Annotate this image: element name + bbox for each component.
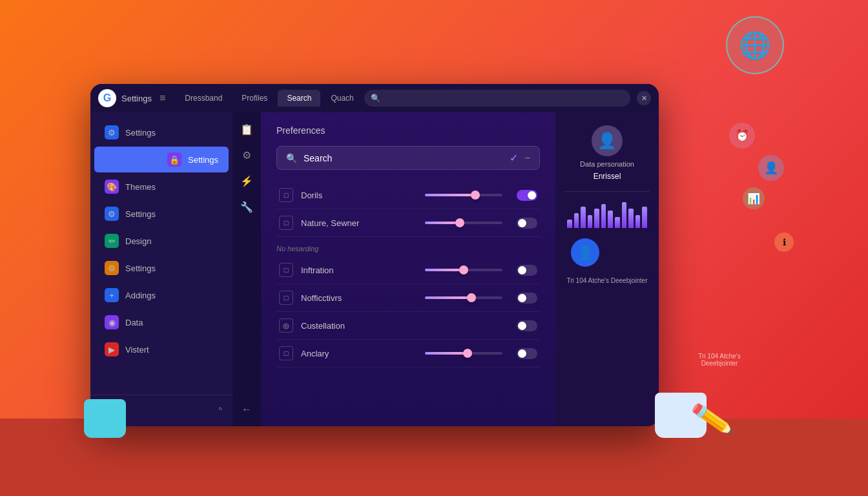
toggle-dorils[interactable]	[517, 190, 537, 201]
sidebar-item-settings-2[interactable]: ⚙ Settings	[94, 201, 229, 227]
profile-title: Data personation	[580, 160, 634, 168]
sidebar-item-settings-3[interactable]: ⚙ Settings	[94, 255, 229, 281]
slider-dorils[interactable]	[425, 194, 502, 196]
setting-label-inftration: Inftration	[301, 265, 417, 275]
toggle-inftration[interactable]	[517, 265, 537, 276]
profile-name: Enrissel	[594, 172, 621, 181]
menu-icon[interactable]: ≡	[160, 92, 165, 104]
toggle-thumb-custellation	[518, 322, 526, 330]
toggle-nofficctivrs[interactable]	[517, 293, 537, 304]
sidebar-item-themes[interactable]: 🎨 Themes	[94, 174, 229, 200]
chart-bar-7	[608, 211, 613, 228]
subsection-label: No hesarding	[276, 237, 540, 256]
chart-bar-1	[567, 220, 572, 228]
sidebar-item-addings[interactable]: + Addings	[94, 282, 229, 308]
preferences-search-bar[interactable]: 🔍 ✓ −	[276, 146, 540, 170]
floating-user-badge: 👤	[571, 238, 599, 267]
desk-surface	[0, 418, 868, 496]
sidebar-label-addings: Addings	[125, 291, 156, 300]
pencils-decoration: ✏️	[689, 397, 735, 441]
action-icon-settings[interactable]: ⚙	[236, 145, 257, 165]
floating-label: Tri 104 Atche's Deeebjointer	[694, 353, 745, 367]
toggle-anclary[interactable]	[517, 348, 537, 359]
setting-label-custellation: Custellation	[301, 321, 401, 331]
sidebar-label-active: Settings	[188, 155, 218, 165]
chart-visualization	[564, 202, 650, 228]
close-button[interactable]: ✕	[637, 91, 651, 105]
tab-bar: Dressband Profiles Search Quach 🔍	[176, 90, 630, 107]
slider-inftration[interactable]	[425, 269, 502, 271]
toggle-thumb-inftration	[518, 266, 526, 274]
toggle-thumb-dorils	[528, 191, 536, 200]
setting-row-inftration: □ Inftration	[276, 256, 540, 284]
setting-row-nofficctivrs: □ Nofficctivrs	[276, 284, 540, 312]
slider-fill-inftration	[425, 269, 464, 271]
floating-icon-1: ⏰	[729, 123, 755, 149]
sidebar-icon-design: ✏	[105, 234, 119, 248]
action-icon-back[interactable]: ←	[236, 399, 257, 420]
sidebar-item-design[interactable]: ✏ Design	[94, 228, 229, 254]
search-icon-small: 🔍	[371, 94, 380, 103]
action-icon-clipboard[interactable]: 📋	[236, 119, 257, 140]
window-controls: ✕	[637, 91, 651, 105]
sidebar-actions: 📋 ⚙ ⚡ 🔧 ←	[232, 112, 261, 426]
slider-thumb-anclary	[463, 349, 472, 358]
chart-bar-5	[594, 209, 599, 228]
slider-thumb-inftration	[459, 265, 468, 274]
slider-nature[interactable]	[425, 222, 502, 224]
monitor-window: G Settings ≡ Dressband Profiles Search Q…	[90, 84, 659, 426]
window-title: Settings	[121, 94, 152, 103]
browser-url-bar[interactable]: 🔍	[364, 90, 630, 107]
search-input[interactable]	[304, 153, 503, 163]
chart-bar-8	[615, 217, 620, 228]
slider-fill-nature	[425, 222, 460, 224]
setting-icon-dorils: □	[279, 188, 293, 202]
action-icon-wrench[interactable]: 🔧	[236, 196, 257, 217]
sidebar-arrow: ‹	[159, 156, 161, 163]
setting-icon-custellation: ◎	[279, 318, 293, 333]
setting-label-nature: Nature, Sewner	[301, 218, 417, 228]
right-panel-info-text: Tri 104 Atche's Deeebjointer	[567, 277, 648, 284]
tab-dressband[interactable]: Dressband	[176, 90, 231, 107]
sidebar-icon-settings-3: ⚙	[105, 261, 119, 275]
tab-search[interactable]: Search	[278, 90, 320, 107]
sidebar-label-data: Data	[125, 318, 143, 327]
sidebar-item-settings-1[interactable]: ⚙ Settings	[94, 119, 229, 145]
chart-bar-10	[628, 209, 634, 228]
chart-bar-2	[574, 213, 579, 228]
right-panel-divider	[564, 191, 650, 192]
setting-label-nofficctivrs: Nofficctivrs	[301, 293, 417, 303]
sidebar-icon-addings: +	[105, 288, 119, 302]
setting-icon-nature: □	[279, 216, 293, 230]
chart-bar-9	[622, 202, 627, 228]
setting-label-dorils: Dorils	[301, 191, 417, 200]
pagats-arrow: ^	[218, 406, 222, 415]
toggle-nature[interactable]	[517, 218, 537, 229]
tab-profiles[interactable]: Profiles	[232, 90, 276, 107]
sidebar-item-vistert[interactable]: ▶ Vistert	[94, 336, 229, 362]
action-icon-lightning[interactable]: ⚡	[236, 170, 257, 191]
slider-thumb-dorils	[471, 191, 480, 200]
search-minimize-icon[interactable]: −	[524, 152, 530, 164]
slider-nofficctivrs[interactable]	[425, 296, 502, 299]
blue-mug	[84, 399, 126, 438]
sidebar-label-settings-1: Settings	[125, 128, 156, 138]
slider-thumb-nofficctivrs	[467, 293, 476, 302]
sidebar: ⚙ Settings ‹ 🔒 Settings 🎨 Themes ⚙ Setti…	[90, 112, 232, 426]
chart-bar-12	[642, 207, 647, 228]
tab-quach[interactable]: Quach	[322, 90, 362, 107]
globe-decoration: 🌐	[726, 16, 784, 74]
slider-fill-dorils	[425, 194, 475, 196]
slider-anclary[interactable]	[425, 352, 502, 355]
floating-icon-info: ℹ	[774, 232, 794, 252]
sidebar-icon-vistert: ▶	[105, 342, 119, 356]
setting-icon-inftration: □	[279, 263, 293, 277]
sidebar-item-data[interactable]: ◉ Data	[94, 309, 229, 335]
sidebar-item-settings-active[interactable]: ‹ 🔒 Settings	[94, 147, 229, 172]
right-panel: 👤 Data personation Enrissel 👤 Tri	[555, 112, 659, 426]
toggle-custellation[interactable]	[517, 320, 537, 331]
app-logo: G	[98, 89, 116, 107]
chart-bar-3	[581, 207, 586, 228]
main-content: ⚙ Settings ‹ 🔒 Settings 🎨 Themes ⚙ Setti…	[90, 112, 659, 426]
sidebar-icon-themes: 🎨	[105, 180, 119, 194]
